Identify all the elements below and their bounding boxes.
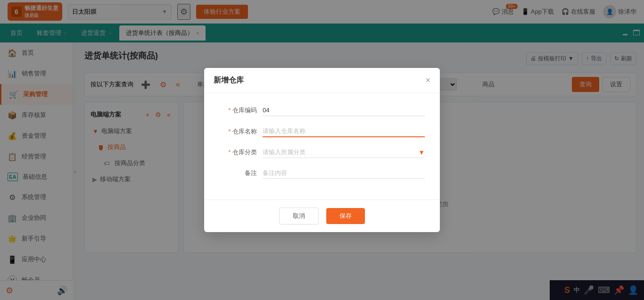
note-label: 备注 [219,169,257,177]
save-button[interactable]: 保存 [326,208,365,224]
category-label: 仓库分类 [219,148,257,157]
category-select[interactable] [263,147,425,158]
form-row-name: 仓库名称 [219,125,425,137]
modal-footer: 取消 保存 [204,200,440,232]
modal-close-button[interactable]: × [425,75,430,85]
note-input[interactable] [263,167,425,179]
name-label: 仓库名称 [219,127,257,136]
category-select-wrap: ▼ 请输入所属分类 [263,147,425,158]
warehouse-code-input[interactable] [263,105,425,116]
modal-body: 仓库编码 仓库名称 仓库分类 ▼ 请输入所属分类 [204,93,440,200]
cancel-button[interactable]: 取消 [279,208,319,225]
new-warehouse-modal: 新增仓库 × 仓库编码 仓库名称 仓库分类 ▼ [204,68,440,232]
modal-title: 新增仓库 [214,75,244,85]
warehouse-name-input[interactable] [263,125,425,137]
modal-overlay: 新增仓库 × 仓库编码 仓库名称 仓库分类 ▼ [0,0,644,300]
code-label: 仓库编码 [219,106,257,115]
form-row-note: 备注 [219,167,425,179]
form-row-category: 仓库分类 ▼ 请输入所属分类 [219,147,425,158]
form-row-code: 仓库编码 [219,105,425,116]
modal-header: 新增仓库 × [204,68,440,93]
